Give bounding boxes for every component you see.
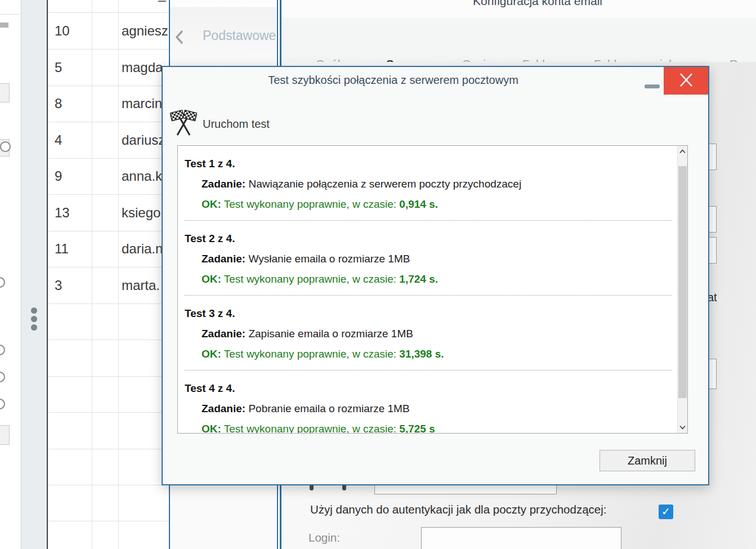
- table-row[interactable]: 13 ksiego: [48, 195, 169, 231]
- screen: 2 admin_e 10 agnieszk 5 magda 8 marcin 4…: [0, 0, 756, 549]
- scroll-down-button[interactable]: [678, 422, 687, 433]
- close-button[interactable]: [664, 67, 708, 95]
- table-row-empty: [48, 485, 169, 521]
- results-scrollbar: [677, 146, 687, 433]
- table-row[interactable]: 11 daria.n: [48, 231, 169, 267]
- radio-icon: [0, 372, 5, 382]
- clipped-text-fragment: [342, 485, 346, 490]
- radio-icon: [0, 345, 5, 355]
- test-ok-line: OK: Test wykonany poprawnie, w czasie: 3…: [185, 344, 673, 364]
- auth-checkbox-label: Użyj danych do autentykacji jak dla pocz…: [310, 503, 606, 516]
- table-row-empty: [48, 340, 169, 377]
- test-time: 0,914 s.: [399, 198, 438, 210]
- task-label: Zadanie:: [202, 178, 245, 190]
- drag-handle-dot[interactable]: [31, 324, 37, 331]
- table-row-empty: [48, 449, 169, 485]
- table-row-empty: [48, 376, 169, 413]
- drag-handle-dot[interactable]: [31, 316, 37, 322]
- table-row[interactable]: 8 marcin: [48, 86, 169, 122]
- back-chevron-icon[interactable]: [173, 29, 186, 47]
- clipped-widget: [0, 23, 8, 28]
- radio-icon: [0, 277, 5, 288]
- ok-label: OK:: [202, 423, 221, 433]
- dialog-title: Test szybkości połączenia z serwerem poc…: [163, 74, 708, 87]
- zamknij-button[interactable]: Zamknij: [600, 450, 695, 471]
- test-results-box: Test 1 z 4. Zadanie: Nawiązanie połączen…: [177, 145, 688, 434]
- table-row[interactable]: 3 marta.: [48, 267, 169, 304]
- drag-handle-dot[interactable]: [31, 307, 37, 314]
- dotted-divider: [185, 370, 672, 371]
- task-label: Zadanie:: [202, 328, 245, 340]
- test-task-line: Zadanie: Nawiązanie połączenia z serwere…: [185, 174, 673, 194]
- test-ok-line: OK: Test wykonany poprawnie, w czasie: 5…: [185, 419, 673, 433]
- dotted-divider: [185, 295, 672, 296]
- task-label: Zadanie:: [202, 403, 245, 414]
- scrollbar-thumb[interactable]: [678, 166, 687, 398]
- users-table: 2 admin_e 10 agnieszk 5 magda 8 marcin 4…: [48, 0, 169, 549]
- table-row-empty: [48, 521, 169, 549]
- test-heading: Test 4 z 4.: [185, 378, 673, 399]
- minimize-button[interactable]: [645, 84, 660, 88]
- test-ok-line: OK: Test wykonany poprawnie, w czasie: 1…: [185, 269, 673, 289]
- test-task-line: Zadanie: Zapisanie emaila o rozmiarze 1M…: [185, 324, 673, 344]
- test-result-1: Test 1 z 4. Zadanie: Nawiązanie połączen…: [185, 150, 673, 221]
- test-results-content: Test 1 z 4. Zadanie: Nawiązanie połączen…: [178, 146, 678, 433]
- radio-icon: [0, 141, 11, 152]
- clipped-field: [0, 83, 10, 102]
- ok-label: OK:: [202, 348, 221, 360]
- radio-icon: [0, 399, 5, 409]
- checkered-flags-icon: [170, 109, 197, 139]
- test-task-line: Zadanie: Wysłanie emaila o rozmiarze 1MB: [185, 249, 673, 269]
- dotted-divider: [185, 220, 672, 221]
- table-row[interactable]: 2 admin_e: [48, 0, 169, 13]
- panel-title: Podstawowe: [203, 28, 276, 43]
- table-row[interactable]: 5 magda: [48, 50, 169, 86]
- window-titlebar: Konfiguracja konta email: [281, 0, 756, 18]
- test-result-3: Test 3 z 4. Zadanie: Zapisanie emaila o …: [185, 300, 673, 371]
- tab-bar: Ogólne Serwery Opcje Foldery Foldery spe…: [281, 18, 756, 62]
- test-task-line: Zadanie: Pobranie emaila o rozmiarze 1MB: [185, 399, 673, 419]
- task-label: Zadanie:: [202, 253, 245, 265]
- test-ok-line: OK: Test wykonany poprawnie, w czasie: 0…: [185, 194, 673, 215]
- scroll-up-button[interactable]: [678, 146, 687, 157]
- test-heading: Test 2 z 4.: [185, 229, 673, 249]
- table-row-empty: [48, 413, 169, 449]
- table-row[interactable]: 4 dariusz: [48, 122, 169, 159]
- run-test-label: Uruchom test: [203, 118, 270, 131]
- table-row[interactable]: 10 agnieszk: [48, 13, 169, 50]
- login-label: Login:: [308, 531, 340, 544]
- test-time: 5,725 s: [399, 423, 435, 433]
- test-heading: Test 3 z 4.: [185, 303, 673, 324]
- test-result-4: Test 4 z 4. Zadanie: Pobranie emaila o r…: [185, 375, 673, 433]
- test-time: 31,398 s.: [399, 348, 444, 360]
- clipped-text-fragment: [310, 485, 314, 490]
- podstawowe-panel-header: Podstawowe: [170, 0, 277, 67]
- ok-label: OK:: [202, 198, 221, 210]
- test-heading: Test 1 z 4.: [185, 154, 673, 174]
- ok-label: OK:: [202, 273, 221, 285]
- window-title: Konfiguracja konta email: [473, 0, 602, 8]
- close-icon: [678, 73, 694, 90]
- divider: [0, 14, 20, 15]
- table-row-empty: [48, 303, 169, 340]
- clipped-field: [0, 425, 10, 445]
- table-row[interactable]: 9 anna.k: [48, 158, 169, 195]
- test-time: 1,724 s.: [399, 273, 438, 285]
- splitter-strip: [21, 0, 47, 549]
- login-input[interactable]: [421, 527, 621, 549]
- speed-test-dialog: Test szybkości połączenia z serwerem poc…: [162, 66, 709, 485]
- run-test-button[interactable]: Uruchom test: [170, 110, 270, 138]
- test-result-2: Test 2 z 4. Zadanie: Wysłanie emaila o r…: [185, 225, 673, 296]
- auth-same-checkbox[interactable]: ✓: [659, 505, 673, 519]
